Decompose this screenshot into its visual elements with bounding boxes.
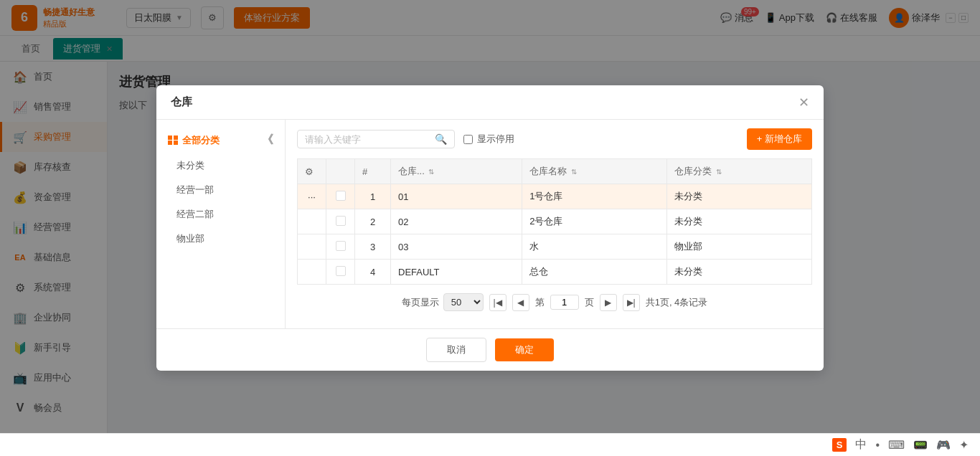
row-category: 未分类 (667, 260, 812, 285)
col-name[interactable]: 仓库名称 ⇅ (522, 159, 667, 184)
search-input-wrap: 🔍 (297, 130, 455, 148)
col-settings[interactable]: ⚙ (298, 159, 326, 184)
cat-item-ops1[interactable]: 经营一部 (156, 178, 285, 202)
first-page-button[interactable]: |◀ (489, 294, 507, 311)
table-toolbar: 🔍 显示停用 + 新增仓库 (297, 128, 812, 150)
row-checkbox[interactable] (336, 241, 346, 251)
modal-title: 仓库 (171, 95, 192, 109)
star-icon: ✦ (959, 438, 969, 452)
page-size-select: 每页显示 50 20 100 (402, 293, 484, 311)
show-disabled-checkbox[interactable] (463, 135, 473, 144)
row-action-btn[interactable] (298, 234, 326, 260)
table-row[interactable]: 3 03 水 物业部 (298, 234, 812, 260)
cat-item-ops2[interactable]: 经营二部 (156, 202, 285, 227)
page-input[interactable] (550, 295, 579, 310)
total-records: 共1页, 4条记录 (646, 296, 708, 309)
row-action-btn[interactable] (298, 209, 326, 234)
all-categories-button[interactable]: 全部分类 《 (156, 127, 285, 153)
sort-icon-name: ⇅ (571, 168, 577, 176)
device-icon[interactable]: 📟 (913, 438, 928, 452)
last-page-button[interactable]: ▶| (623, 294, 640, 311)
sort-icon-cat: ⇅ (716, 168, 722, 176)
table-row[interactable]: ··· 1 01 1号仓库 未分类 (298, 184, 812, 209)
col-check (326, 159, 355, 184)
search-input[interactable] (305, 134, 430, 145)
dot-icon: • (875, 439, 880, 452)
row-name: 2号仓库 (522, 209, 667, 234)
add-warehouse-button[interactable]: + 新增仓库 (747, 128, 812, 150)
row-code: DEFAULT (391, 260, 522, 285)
row-code: 01 (391, 184, 522, 209)
row-checkbox[interactable] (336, 191, 346, 201)
row-code: 03 (391, 234, 522, 260)
modal-overlay[interactable]: 仓库 ✕ 全部分类 《 未分类 经营一部 经营二部 (0, 0, 980, 456)
modal-body: 全部分类 《 未分类 经营一部 经营二部 物业部 🔍 (156, 120, 824, 328)
pagination: 每页显示 50 20 100 |◀ ◀ 第 页 ▶ ▶| 共1页, 4条记录 (297, 285, 812, 320)
row-num: 2 (355, 209, 391, 234)
cancel-button[interactable]: 取消 (426, 338, 486, 362)
show-disabled-label[interactable]: 显示停用 (463, 133, 514, 146)
cat-item-unclassified[interactable]: 未分类 (156, 153, 285, 178)
grid-icon (168, 136, 178, 146)
row-name: 1号仓库 (522, 184, 667, 209)
warehouse-modal: 仓库 ✕ 全部分类 《 未分类 经营一部 经营二部 (156, 85, 824, 371)
table-row[interactable]: 4 DEFAULT 总仓 未分类 (298, 260, 812, 285)
table-header-row: ⚙ # 仓库... ⇅ 仓库名称 ⇅ (298, 159, 812, 184)
warehouse-table: ⚙ # 仓库... ⇅ 仓库名称 ⇅ (297, 158, 812, 285)
row-checkbox[interactable] (336, 216, 346, 226)
collapse-button[interactable]: 《 (262, 133, 273, 148)
prev-page-button[interactable]: ◀ (512, 294, 529, 311)
brand-s-icon: S (832, 438, 847, 452)
col-category[interactable]: 仓库分类 ⇅ (667, 159, 812, 184)
col-num: # (355, 159, 391, 184)
row-num: 3 (355, 234, 391, 260)
row-category: 未分类 (667, 209, 812, 234)
modal-close-button[interactable]: ✕ (798, 96, 809, 109)
table-row[interactable]: 2 02 2号仓库 未分类 (298, 209, 812, 234)
row-category: 物业部 (667, 234, 812, 260)
bottom-bar: S 中 • ⌨ 📟 🎮 ✦ (0, 433, 980, 456)
chinese-input-icon[interactable]: 中 (855, 437, 867, 452)
modal-header: 仓库 ✕ (156, 85, 824, 120)
row-checkbox[interactable] (336, 266, 346, 276)
row-num: 4 (355, 260, 391, 285)
col-code[interactable]: 仓库... ⇅ (391, 159, 522, 184)
next-page-button[interactable]: ▶ (600, 294, 617, 311)
row-code: 02 (391, 209, 522, 234)
confirm-button[interactable]: 确定 (495, 338, 554, 361)
sort-icon: ⇅ (428, 168, 434, 176)
row-name: 总仓 (522, 260, 667, 285)
row-action-btn[interactable] (298, 260, 326, 285)
gamepad-icon[interactable]: 🎮 (936, 438, 951, 452)
table-panel: 🔍 显示停用 + 新增仓库 ⚙ # (286, 120, 824, 328)
modal-footer: 取消 确定 (156, 328, 824, 371)
cat-item-property[interactable]: 物业部 (156, 227, 285, 251)
search-icon[interactable]: 🔍 (435, 133, 447, 145)
category-panel: 全部分类 《 未分类 经营一部 经营二部 物业部 (156, 120, 286, 328)
per-page-dropdown[interactable]: 50 20 100 (443, 293, 484, 311)
keyboard-icon[interactable]: ⌨ (888, 438, 905, 452)
row-name: 水 (522, 234, 667, 260)
row-category: 未分类 (667, 184, 812, 209)
row-action-btn[interactable]: ··· (298, 184, 326, 209)
row-num: 1 (355, 184, 391, 209)
